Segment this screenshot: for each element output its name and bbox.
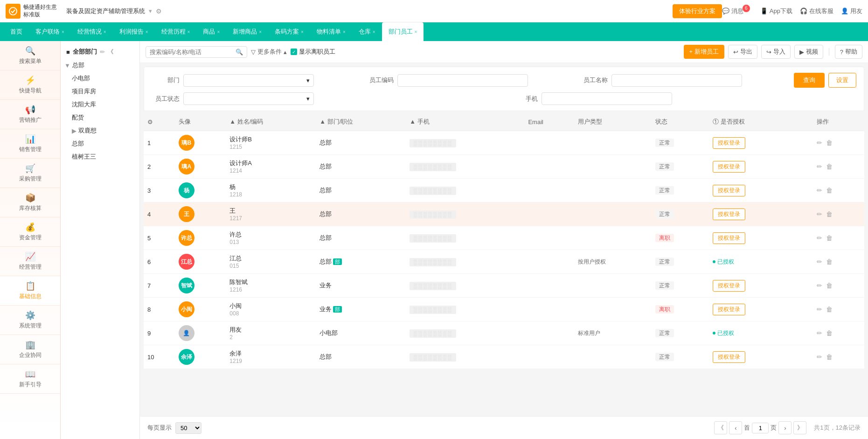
edit-icon[interactable]: ✏ xyxy=(817,282,822,289)
dept-node[interactable]: 配货 xyxy=(61,111,139,124)
delete-icon[interactable]: 🗑 xyxy=(826,139,833,146)
nav-tab-部门员工[interactable]: 部门员工× xyxy=(382,22,424,41)
add-employee-button[interactable]: + 新增员工 xyxy=(684,45,724,59)
col-name[interactable]: ▲ 姓名/编码 xyxy=(226,113,316,131)
user-button[interactable]: 👤 用友 xyxy=(841,7,862,15)
edit-icon[interactable]: ✏ xyxy=(817,234,822,242)
online-service-button[interactable]: 🎧 在线客服 xyxy=(800,7,833,15)
nav-tab-仓库[interactable]: 仓库× xyxy=(352,22,382,41)
delete-icon[interactable]: 🗑 xyxy=(826,353,833,361)
nav-tab-物料清单[interactable]: 物料清单× xyxy=(310,22,352,41)
edit-icon[interactable]: ✏ xyxy=(817,210,822,218)
dept-select[interactable]: ▾ xyxy=(183,74,314,87)
sidebar-item-corp[interactable]: 🏢企业协同 xyxy=(0,335,60,364)
close-icon[interactable]: × xyxy=(146,29,148,35)
col-phone[interactable]: ▲ 手机 xyxy=(406,113,524,131)
sidebar-item-guide[interactable]: 📖新手引导 xyxy=(0,364,60,394)
dept-node[interactable]: ▶ 双鹿想 xyxy=(61,124,139,137)
sidebar-item-basic[interactable]: 📋基础信息 xyxy=(0,276,60,306)
edit-icon[interactable]: ✏ xyxy=(817,306,822,313)
phone-input[interactable] xyxy=(542,92,672,105)
close-icon[interactable]: × xyxy=(373,29,375,35)
edit-icon[interactable]: ✏ xyxy=(817,353,822,361)
close-icon[interactable]: × xyxy=(301,29,304,35)
view-button[interactable]: ▶ 视频 xyxy=(794,45,823,59)
search-icon[interactable]: 🔍 xyxy=(236,49,243,56)
search-input[interactable] xyxy=(150,49,234,56)
collapse-button[interactable]: 《 xyxy=(108,48,113,56)
show-resigned-checkbox[interactable]: ✓ 显示离职员工 xyxy=(291,48,335,56)
nav-tab-条码方案[interactable]: 条码方案× xyxy=(268,22,310,41)
close-icon[interactable]: × xyxy=(104,29,106,35)
dept-node[interactable]: ▼ 总部 xyxy=(61,59,139,72)
delete-icon[interactable]: 🗑 xyxy=(826,234,833,242)
sidebar-item-quick-nav[interactable]: ⚡快捷导航 xyxy=(0,70,60,100)
edit-icon[interactable]: ✏ xyxy=(817,329,822,337)
app-download-button[interactable]: 📱 App下载 xyxy=(760,7,792,15)
dept-node[interactable]: 小电部 xyxy=(61,72,139,85)
edit-icon[interactable]: ✏ xyxy=(817,258,822,265)
more-filter-button[interactable]: ▽ 更多条件 ▴ xyxy=(251,48,287,56)
nav-tab-新增商品[interactable]: 新增商品× xyxy=(226,22,268,41)
message-button[interactable]: 💬 消息 6 xyxy=(722,7,753,15)
trial-button[interactable]: 体验行业方案 xyxy=(673,4,722,18)
sidebar-item-operation[interactable]: 📈经营管理 xyxy=(0,247,60,276)
prev-page-button[interactable]: ‹ xyxy=(729,421,742,434)
close-icon[interactable]: × xyxy=(217,29,220,35)
page-number-input[interactable] xyxy=(752,423,769,433)
delete-icon[interactable]: 🗑 xyxy=(826,329,833,337)
auth-button[interactable]: 授权登录 xyxy=(713,161,745,173)
delete-icon[interactable]: 🗑 xyxy=(826,210,833,218)
delete-icon[interactable]: 🗑 xyxy=(826,282,833,289)
sidebar-item-inventory[interactable]: 📦库存核算 xyxy=(0,188,60,217)
auth-button[interactable]: 授权登录 xyxy=(713,137,745,149)
edit-icon[interactable]: ✏ xyxy=(817,163,822,170)
query-button[interactable]: 查询 xyxy=(794,73,825,88)
close-icon[interactable]: × xyxy=(415,29,417,35)
col-dept[interactable]: ▲ 部门/职位 xyxy=(316,113,406,131)
close-icon[interactable]: × xyxy=(259,29,262,35)
emp-status-select[interactable]: ▾ xyxy=(183,92,314,105)
export-button[interactable]: ↩ 导出 xyxy=(728,45,757,59)
last-page-button[interactable]: 》 xyxy=(793,421,806,434)
delete-icon[interactable]: 🗑 xyxy=(826,258,833,265)
delete-icon[interactable]: 🗑 xyxy=(826,306,833,313)
nav-tab-经营情况[interactable]: 经营情况× xyxy=(71,22,113,41)
sidebar-item-finance[interactable]: 💰资金管理 xyxy=(0,217,60,247)
settings-icon[interactable]: ⚙ xyxy=(156,7,162,15)
sidebar-item-purchase[interactable]: 🛒采购管理 xyxy=(0,159,60,188)
sidebar-item-marketing[interactable]: 📢营销推广 xyxy=(0,100,60,129)
close-icon[interactable]: × xyxy=(62,29,64,35)
sidebar-item-search-menu[interactable]: 🔍搜索菜单 xyxy=(0,41,60,70)
nav-tab-商品[interactable]: 商品× xyxy=(196,22,226,41)
dropdown-icon[interactable]: ▾ xyxy=(149,7,152,14)
sidebar-item-system[interactable]: ⚙️系统管理 xyxy=(0,306,60,335)
help-button[interactable]: ? 帮助 xyxy=(835,45,862,59)
nav-tab-客户联络[interactable]: 客户联络× xyxy=(29,22,71,41)
nav-tab-利润报告[interactable]: 利润报告× xyxy=(113,22,155,41)
auth-button[interactable]: 授权登录 xyxy=(713,304,745,315)
close-icon[interactable]: × xyxy=(343,29,346,35)
dept-node[interactable]: 植树王三 xyxy=(61,150,139,163)
delete-icon[interactable]: 🗑 xyxy=(826,163,833,170)
close-icon[interactable]: × xyxy=(187,29,190,35)
next-page-button[interactable]: › xyxy=(778,421,792,434)
col-settings[interactable]: ⚙ xyxy=(144,113,175,131)
dept-node[interactable]: 总部 xyxy=(61,137,139,150)
nav-tab-经营历程[interactable]: 经营历程× xyxy=(155,22,197,41)
page-size-select[interactable]: 50 20 100 xyxy=(175,422,201,434)
emp-name-input[interactable] xyxy=(611,74,742,87)
dept-node[interactable]: 沈阳大库 xyxy=(61,98,139,111)
edit-icon[interactable]: ✏ xyxy=(817,139,822,146)
filter-settings-button[interactable]: 设置 xyxy=(828,73,856,88)
dept-edit-icon[interactable]: ✏ xyxy=(100,49,105,56)
auth-button[interactable]: 授权登录 xyxy=(713,232,745,244)
auth-button[interactable]: 授权登录 xyxy=(713,209,745,220)
sidebar-item-sales[interactable]: 📊销售管理 xyxy=(0,129,60,159)
first-page-button[interactable]: 《 xyxy=(714,421,727,434)
delete-icon[interactable]: 🗑 xyxy=(826,187,833,194)
emp-code-input[interactable] xyxy=(397,74,528,87)
import-button[interactable]: ↪ 导入 xyxy=(761,45,791,59)
nav-tab-首页[interactable]: 首页 xyxy=(4,22,29,41)
dept-node[interactable]: 项目库房 xyxy=(61,85,139,98)
